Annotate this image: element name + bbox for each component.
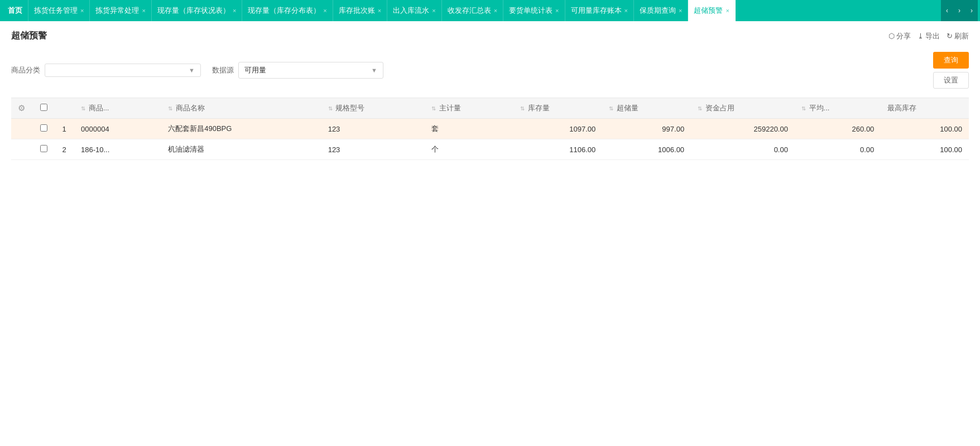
export-button[interactable]: ⤓ 导出 [917,31,940,41]
nav-order-stat[interactable]: 要货单统计表 × [503,0,565,21]
max-stock-column-header: 最高库存 [881,98,969,119]
datasource-label: 数据源 [212,65,234,75]
row-checkbox-0[interactable] [33,119,54,139]
close-tab-quality-check[interactable]: × [679,7,682,14]
category-chevron-icon: ▼ [189,67,195,74]
category-select[interactable]: ▼ [45,64,201,77]
sort-icon: ⇅ [168,105,172,112]
capital-occ-0: 259220.00 [691,119,795,139]
spec-1: 123 [321,139,425,160]
nav-arrows: ‹ › › [941,0,978,21]
settings-column-header[interactable]: ⚙ [11,98,33,119]
overstock-qty-1: 1006.00 [602,139,691,160]
product-code-0: 0000004 [74,119,161,139]
spec-column-header[interactable]: ⇅ 规格型号 [321,98,425,119]
close-tab-collection[interactable]: × [494,7,497,14]
nav-stock-dist[interactable]: 现存量（库存分布表） × [242,0,333,21]
datasource-filter: 数据源 可用量 ▼ [212,62,383,79]
refresh-button[interactable]: ↻ 刷新 [947,31,969,41]
close-tab-inout-flow[interactable]: × [432,7,435,14]
header-actions: ⬡ 分享 ⤓ 导出 ↻ 刷新 [888,31,969,41]
product-code-1: 186-10... [74,139,161,160]
overstock-qty-0: 997.00 [602,119,691,139]
nav-abnormal[interactable]: 拣货异常处理 × [90,0,151,21]
row-num-0: 1 [54,119,74,139]
query-button[interactable]: 查询 [933,52,969,69]
max-stock-0: 100.00 [881,119,969,139]
sort-icon: ⇅ [431,105,436,112]
row-select-checkbox-1[interactable] [40,145,47,152]
datasource-chevron-icon: ▼ [371,67,377,74]
stock-qty-column-header[interactable]: ⇅ 库存量 [513,98,602,119]
nav-task-mgmt[interactable]: 拣货任务管理 × [28,0,90,21]
sort-icon: ⇅ [328,105,333,112]
nav-usable-stock[interactable]: 可用量库存账本 × [565,0,634,21]
unit-0: 套 [425,119,513,139]
table-row: 2 186-10... 机油滤清器 123 个 1106.00 1006.00 … [11,139,969,160]
page-content: 超储预警 ⬡ 分享 ⤓ 导出 ↻ 刷新 商品分类 ▼ 数据源 [0,21,980,446]
overstock-qty-column-header[interactable]: ⇅ 超储量 [602,98,691,119]
datasource-select[interactable]: 可用量 ▼ [238,62,383,79]
category-label: 商品分类 [11,65,40,75]
nav-collection[interactable]: 收发存汇总表 × [442,0,503,21]
avg-0: 260.00 [795,119,881,139]
nav-overstock-alert[interactable]: 超储预警 × [688,0,735,21]
data-table: ⚙ ⇅ 商品... ⇅ 商品名称 ⇅ 规格型号 [11,98,969,160]
close-tab-stock-status[interactable]: × [233,7,236,14]
checkbox-column-header[interactable] [33,98,54,119]
row-settings-1[interactable] [11,139,33,160]
row-settings-0[interactable] [11,119,33,139]
refresh-icon: ↻ [947,32,953,40]
unit-1: 个 [425,139,513,160]
close-tab-abnormal[interactable]: × [142,7,145,14]
row-checkbox-1[interactable] [33,139,54,160]
nav-inout-flow[interactable]: 出入库流水 × [387,0,441,21]
gear-icon: ⚙ [18,103,25,113]
sort-icon: ⇅ [520,105,525,112]
close-tab-usable-stock[interactable]: × [624,7,628,14]
product-code-column-header[interactable]: ⇅ 商品... [74,98,161,119]
close-tab-batch[interactable]: × [378,7,381,14]
sort-icon: ⇅ [609,105,613,112]
nav-next-button[interactable]: › [953,0,965,21]
close-tab-order-stat[interactable]: × [555,7,559,14]
share-icon: ⬡ [888,32,895,40]
capital-occ-1: 0.00 [691,139,795,160]
close-tab-overstock-alert[interactable]: × [726,7,729,14]
row-num-1: 2 [54,139,74,160]
product-name-column-header[interactable]: ⇅ 商品名称 [161,98,321,119]
close-tab-stock-dist[interactable]: × [323,7,326,14]
sort-icon: ⇅ [698,105,702,112]
nav-prev-button[interactable]: ‹ [941,0,953,21]
product-name-0: 六配套新昌490BPG [161,119,321,139]
table-row: 1 0000004 六配套新昌490BPG 123 套 1097.00 997.… [11,119,969,139]
sort-icon: ⇅ [801,105,806,112]
export-icon: ⤓ [917,32,924,40]
row-select-checkbox-0[interactable] [40,124,47,132]
stock-qty-1: 1106.00 [513,139,602,160]
table-header-row: ⚙ ⇅ 商品... ⇅ 商品名称 ⇅ 规格型号 [11,98,969,119]
nav-more-button[interactable]: › [965,0,978,21]
capital-occ-column-header[interactable]: ⇅ 资金占用 [691,98,795,119]
category-filter: 商品分类 ▼ [11,64,201,77]
avg-column-header[interactable]: ⇅ 平均... [795,98,881,119]
nav-home[interactable]: 首页 [2,0,28,21]
select-all-checkbox[interactable] [40,104,47,111]
page-header: 超储预警 ⬡ 分享 ⤓ 导出 ↻ 刷新 [11,30,969,42]
unit-column-header[interactable]: ⇅ 主计量 [425,98,513,119]
set-button[interactable]: 设置 [933,72,969,89]
rownum-column-header [54,98,74,119]
sort-icon: ⇅ [81,105,85,112]
avg-1: 0.00 [795,139,881,160]
top-navigation: 首页 拣货任务管理 × 拣货异常处理 × 现存量（库存状况表） × 现存量（库存… [0,0,980,21]
spec-0: 123 [321,119,425,139]
share-button[interactable]: ⬡ 分享 [888,31,911,41]
nav-stock-status[interactable]: 现存量（库存状况表） × [152,0,242,21]
stock-qty-0: 1097.00 [513,119,602,139]
close-tab-task-mgmt[interactable]: × [80,7,84,14]
max-stock-1: 100.00 [881,139,969,160]
product-name-1: 机油滤清器 [161,139,321,160]
filter-buttons: 查询 设置 [933,52,969,89]
nav-batch[interactable]: 库存批次账 × [333,0,387,21]
nav-quality-check[interactable]: 保质期查询 × [634,0,688,21]
